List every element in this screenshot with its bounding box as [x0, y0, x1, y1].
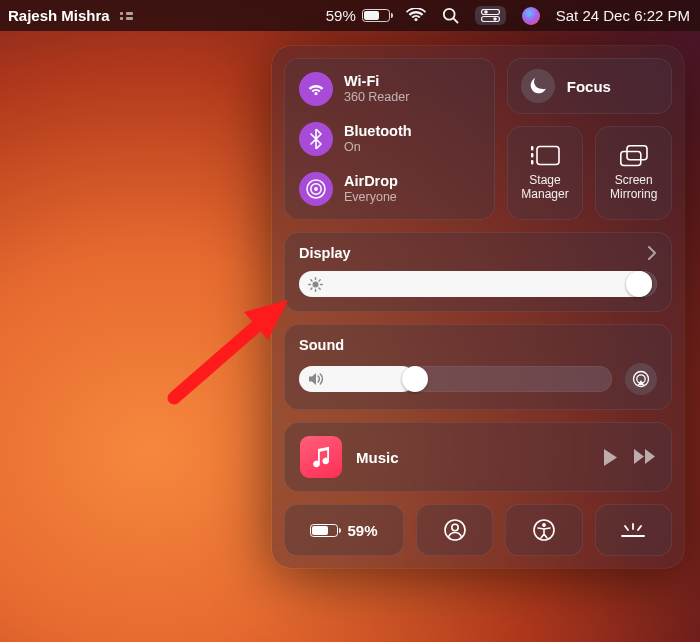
wifi-icon [299, 72, 333, 106]
screen-mirroring-icon [620, 145, 648, 167]
volume-slider-thumb[interactable] [402, 366, 428, 392]
airdrop-subtitle: Everyone [344, 190, 398, 205]
airdrop-toggle[interactable]: AirDrop Everyone [290, 164, 489, 214]
music-app-icon [300, 436, 342, 478]
svg-rect-14 [620, 152, 640, 166]
sound-card: Sound [284, 324, 672, 410]
battery-icon [310, 524, 338, 537]
brightness-slider[interactable] [299, 271, 657, 297]
svg-point-27 [451, 524, 457, 530]
svg-point-15 [313, 281, 319, 287]
music-title: Music [356, 449, 589, 466]
svg-rect-9 [531, 146, 533, 151]
wifi-title: Wi-Fi [344, 73, 409, 90]
sound-title: Sound [299, 337, 344, 353]
wifi-subtitle: 360 Reader [344, 90, 409, 105]
svg-rect-13 [627, 146, 647, 160]
chevron-right-icon[interactable] [647, 246, 657, 260]
siri-icon[interactable] [522, 7, 540, 25]
battery-tile-pct: 59% [347, 522, 377, 539]
control-center-panel: Wi-Fi 360 Reader Bluetooth On AirDrop [272, 46, 684, 568]
svg-point-8 [314, 187, 318, 191]
next-track-icon[interactable] [634, 449, 656, 466]
user-icon [444, 519, 466, 541]
menubar: Rajesh Mishra 59% Sat 24 Dec 6:22 PM [0, 0, 700, 31]
stage-manager-icon [530, 145, 560, 167]
accessibility-button[interactable] [505, 504, 582, 556]
spotlight-search-icon[interactable] [442, 7, 459, 24]
airplay-icon [632, 370, 650, 388]
display-card: Display [284, 232, 672, 312]
menubar-app-name[interactable]: Rajesh Mishra [4, 7, 110, 24]
multitask-glyph-icon[interactable] [120, 12, 133, 20]
svg-line-1 [453, 18, 457, 22]
user-switch-button[interactable] [416, 504, 493, 556]
svg-line-20 [311, 279, 312, 280]
svg-line-21 [319, 288, 320, 289]
focus-label: Focus [567, 78, 611, 95]
svg-line-33 [638, 526, 641, 530]
svg-rect-11 [531, 160, 533, 165]
stage-manager-label: Stage Manager [521, 173, 568, 201]
keyboard-brightness-icon [620, 522, 646, 538]
brightness-slider-thumb[interactable] [626, 271, 652, 297]
accessibility-icon [533, 519, 555, 541]
stage-manager-tile[interactable]: Stage Manager [507, 126, 584, 220]
svg-point-3 [484, 10, 488, 14]
bluetooth-icon [299, 122, 333, 156]
wifi-icon[interactable] [406, 8, 426, 23]
menubar-battery-pct: 59% [326, 7, 356, 24]
keyboard-brightness-button[interactable] [595, 504, 672, 556]
display-title: Display [299, 245, 351, 261]
svg-rect-10 [531, 153, 533, 158]
bluetooth-title: Bluetooth [344, 123, 412, 140]
focus-tile[interactable]: Focus [507, 58, 672, 114]
speaker-icon [308, 372, 325, 386]
svg-line-23 [319, 279, 320, 280]
control-center-icon[interactable] [475, 6, 506, 25]
bluetooth-toggle[interactable]: Bluetooth On [290, 114, 489, 164]
screen-mirroring-tile[interactable]: Screen Mirroring [595, 126, 672, 220]
play-icon[interactable] [603, 449, 618, 466]
airdrop-title: AirDrop [344, 173, 398, 190]
svg-line-34 [174, 318, 266, 398]
wifi-toggle[interactable]: Wi-Fi 360 Reader [290, 64, 489, 114]
menubar-datetime[interactable]: Sat 24 Dec 6:22 PM [556, 7, 690, 24]
svg-rect-12 [537, 147, 559, 165]
battery-icon [362, 9, 390, 22]
airplay-audio-button[interactable] [625, 363, 657, 395]
svg-point-5 [493, 17, 497, 21]
connectivity-card: Wi-Fi 360 Reader Bluetooth On AirDrop [284, 58, 495, 220]
sun-icon [308, 277, 323, 292]
svg-point-29 [542, 523, 546, 527]
screen-mirroring-label: Screen Mirroring [610, 173, 657, 201]
menubar-battery[interactable]: 59% [326, 7, 390, 24]
airdrop-icon [299, 172, 333, 206]
volume-slider[interactable] [299, 366, 612, 392]
music-card[interactable]: Music [284, 422, 672, 492]
moon-icon [521, 69, 555, 103]
svg-line-32 [625, 526, 628, 530]
battery-tile[interactable]: 59% [284, 504, 404, 556]
svg-line-22 [311, 288, 312, 289]
bluetooth-subtitle: On [344, 140, 412, 155]
